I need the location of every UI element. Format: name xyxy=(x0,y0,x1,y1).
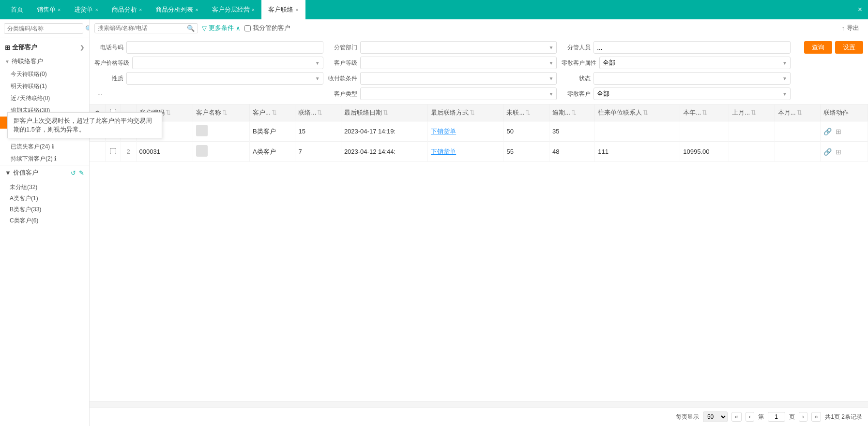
tree-item-tomorrow[interactable]: 明天待联络(1) xyxy=(0,80,89,92)
row2-this-month xyxy=(775,142,820,162)
nav-analysis-list-close[interactable]: × xyxy=(195,7,198,13)
tree-item-declining[interactable]: 持续下滑客户(2) ℹ xyxy=(0,153,89,165)
value-section-refresh-icon[interactable]: ↺ xyxy=(71,169,76,176)
nav-analysis-close[interactable]: × xyxy=(139,7,142,13)
row1-actions: 🔗 ⊞ xyxy=(821,121,868,142)
col-overdue: 逾期...⇅ xyxy=(549,104,594,121)
row1-contact-count: 15 xyxy=(295,121,341,142)
filter-phone-input[interactable] xyxy=(126,41,323,54)
window-close-button[interactable]: × xyxy=(858,5,862,14)
filter-customer-type-select[interactable]: ▼ xyxy=(360,88,557,100)
nav-customer-contact-close[interactable]: × xyxy=(295,7,298,13)
value-item-a[interactable]: A类客户(1) xyxy=(0,193,89,204)
row2-code: 000031 xyxy=(136,142,193,162)
filter-customer-level-select[interactable]: ▼ xyxy=(360,57,557,69)
nature-dropdown-icon: ▼ xyxy=(315,76,320,81)
tree-item-churned[interactable]: 已流失客户(24) ℹ xyxy=(0,141,89,153)
sidebar-search-input[interactable] xyxy=(4,23,83,34)
my-customer-checkbox[interactable] xyxy=(244,25,251,31)
row1-method-link[interactable]: 下销货单 xyxy=(431,128,456,135)
col-last-date: 最后联络日期⇅ xyxy=(341,104,427,121)
next-page-button[interactable]: › xyxy=(799,412,807,422)
row1-action-link-icon[interactable]: 🔗 xyxy=(823,128,832,135)
col-last-method: 最后联络方式⇅ xyxy=(428,104,503,121)
table-wrap[interactable]: ⚙ 客户编码⇅ 客户名称⇅ 客户...⇅ 联络...⇅ 最后联络日期⇅ 最后联络… xyxy=(90,104,868,401)
sidebar-search-icon[interactable]: 🔍 xyxy=(85,25,90,32)
filter-status-select[interactable]: ▼ xyxy=(594,72,791,85)
filter-extra-more-icon[interactable]: ··· xyxy=(94,90,106,98)
search-icon[interactable]: 🔍 xyxy=(187,25,195,32)
per-page-select[interactable]: 50 100 200 xyxy=(703,411,728,422)
top-navigation: 首页 销售单 × 进货单 × 商品分析 × 商品分析列表 × 客户分层经营 × … xyxy=(0,0,868,19)
filter-manager-select[interactable]: ... xyxy=(594,41,791,54)
filter-manager: 分管人员 ... xyxy=(562,41,791,54)
prev-page-button[interactable]: ‹ xyxy=(746,412,754,422)
row2-checkbox xyxy=(105,142,121,162)
col-name: 客户名称⇅ xyxy=(193,104,249,121)
all-customers-header[interactable]: ⊞ 全部客户 ❯ xyxy=(0,40,89,55)
horizontal-scrollbar[interactable] xyxy=(90,401,868,407)
row2-method-link[interactable]: 下销货单 xyxy=(431,148,456,155)
nav-analysis-list[interactable]: 商品分析列表 × xyxy=(149,0,205,19)
nav-sales-close[interactable]: × xyxy=(58,7,61,13)
nav-home[interactable]: 首页 xyxy=(4,0,30,19)
first-page-button[interactable]: « xyxy=(731,412,742,422)
nav-customer-segment[interactable]: 客户分层经营 × xyxy=(205,0,261,19)
filter-department: 分管部门 ▼ xyxy=(328,41,557,54)
export-button[interactable]: ↑ 导出 xyxy=(838,22,864,34)
row1-action-grid-icon[interactable]: ⊞ xyxy=(836,128,841,135)
query-button[interactable]: 查询 xyxy=(804,41,832,54)
nav-customer-contact[interactable]: 客户联络 × xyxy=(261,0,305,19)
tree-item-7days[interactable]: 近7天待联络(0) xyxy=(0,92,89,104)
tree-item-today[interactable]: 今天待联络(0) xyxy=(0,68,89,80)
filter-nature: 性质 ▼ xyxy=(94,72,323,85)
row1-unit-contact xyxy=(595,121,680,142)
tree-collapse-icon[interactable]: ❯ xyxy=(80,44,84,51)
more-conditions-button[interactable]: ▽ 更多条件 ∧ xyxy=(202,24,241,32)
filter-department-label: 分管部门 xyxy=(328,44,357,52)
page-number-input[interactable] xyxy=(768,412,785,422)
nav-customer-segment-close[interactable]: × xyxy=(252,7,255,13)
settings-button[interactable]: 设置 xyxy=(835,41,863,54)
col-uncontacted: 未联...⇅ xyxy=(503,104,549,121)
filter-retail-select[interactable]: 全部 ▼ xyxy=(594,88,791,100)
row2-actions: 🔗 ⊞ xyxy=(821,142,868,162)
value-section-edit-icon[interactable]: ✎ xyxy=(79,169,84,176)
main-layout: 🔍 ⊞ 全部客户 ❯ ▼ 待联络客户 今天待联络(0) 明天待联络(1) 近7天… xyxy=(0,19,868,426)
search-input[interactable] xyxy=(98,25,185,31)
payment-dropdown-icon: ▼ xyxy=(548,76,553,81)
filter-retail-attr-select[interactable]: 全部 ▼ xyxy=(599,57,791,69)
row2-action-grid-icon[interactable]: ⊞ xyxy=(836,148,841,156)
value-item-b[interactable]: B类客户(33) xyxy=(0,204,89,215)
row2-action-link-icon[interactable]: 🔗 xyxy=(823,148,832,156)
row2-select-checkbox[interactable] xyxy=(110,148,116,154)
filter-actions: 查询 设置 xyxy=(795,41,863,54)
filter-payment-select[interactable]: ▼ xyxy=(360,72,557,85)
search-box: 🔍 xyxy=(94,23,198,33)
value-item-c[interactable]: C类客户(6) xyxy=(0,215,89,226)
nav-analysis[interactable]: 商品分析 × xyxy=(105,0,149,19)
department-dropdown-icon: ▼ xyxy=(548,45,553,50)
filter-department-select[interactable]: ▼ xyxy=(360,41,557,54)
nav-purchase[interactable]: 进货单 × xyxy=(67,0,105,19)
page-text-label: 第 xyxy=(758,413,764,421)
row1-name xyxy=(193,121,249,142)
last-page-button[interactable]: » xyxy=(811,412,822,422)
pending-section[interactable]: ▼ 待联络客户 xyxy=(0,55,89,68)
filter-customer-type: 客户类型 ▼ xyxy=(328,88,557,100)
filter-price-level-select[interactable]: ▼ xyxy=(132,57,323,69)
table-header-row: ⚙ 客户编码⇅ 客户名称⇅ 客户...⇅ 联络...⇅ 最后联络日期⇅ 最后联络… xyxy=(90,104,868,121)
value-item-ungrouped[interactable]: 未分组(32) xyxy=(0,182,89,193)
filter-customer-level: 客户等级 ▼ xyxy=(328,57,557,69)
row2-type: A类客户 xyxy=(249,142,295,162)
page-end-label: 页 xyxy=(789,413,795,421)
nav-purchase-close[interactable]: × xyxy=(95,7,98,13)
tree-grid-icon: ⊞ xyxy=(5,44,10,51)
filter-extra: ··· xyxy=(94,90,323,98)
row1-last-month xyxy=(729,121,775,142)
nav-sales[interactable]: 销售单 × xyxy=(30,0,67,19)
filter-nature-select[interactable]: ▼ xyxy=(126,72,323,85)
per-page-label: 每页显示 xyxy=(676,413,699,421)
filter-row-3: 性质 ▼ 收付款条件 ▼ 状态 ▼ xyxy=(94,72,863,85)
sidebar: 🔍 ⊞ 全部客户 ❯ ▼ 待联络客户 今天待联络(0) 明天待联络(1) 近7天… xyxy=(0,19,90,426)
